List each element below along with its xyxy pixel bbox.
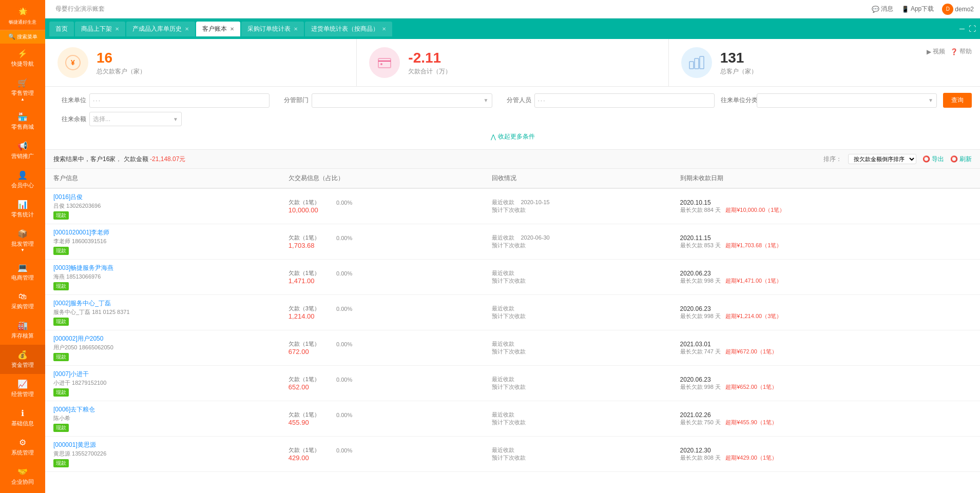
sidebar-item-quick-nav[interactable]: ⚡ 快捷导航: [0, 44, 45, 73]
debt-amount-3: 1,214.00: [289, 312, 475, 320]
sidebar-item-retail-stats[interactable]: 📊 零售统计: [0, 194, 45, 224]
overdue-amount-3[interactable]: 超期¥1,214.00（3笔）: [725, 313, 782, 319]
cell-recovery-1: 最近收款 2020-06-30 预计下次收款: [484, 224, 671, 260]
table-row: [0016]吕俊 吕俊 13026203696 现款 欠款（1笔） 0.00% …: [45, 188, 980, 224]
dept-select[interactable]: ▼: [312, 93, 492, 108]
search-icon: 🔍: [8, 33, 15, 40]
user-avatar[interactable]: D demo2: [942, 4, 974, 15]
retail-mgmt-icon: 🛒: [17, 78, 28, 88]
tab-home[interactable]: 首页: [49, 22, 74, 36]
debt-percent-2: 0.00%: [336, 270, 352, 277]
cell-customer-5: [0007]小进干 小进干 18279152100 现款: [45, 366, 280, 401]
filter-row-1: 往来单位 ··· 分管部门 ▼ 分管人员 ···: [53, 93, 972, 108]
sidebar-item-basic-info[interactable]: ℹ 基础信息: [0, 403, 45, 432]
sidebar-item-retail-mall[interactable]: 🏪 零售商城: [0, 107, 45, 136]
debt-info-1: 欠款（1笔） 0.00% 1,703.68: [289, 234, 475, 249]
sidebar-item-inventory[interactable]: 🏭 库存核算: [0, 315, 45, 345]
debt-amount-0: 10,000.00: [289, 206, 475, 214]
stats-row: ¥ 16 总欠款客户（家） -2.11: [45, 39, 980, 87]
search-button[interactable]: 查询: [943, 93, 972, 108]
overdue-amount-5[interactable]: 超期¥652.00（1笔）: [725, 384, 777, 390]
tab-inbound-stats[interactable]: 进货单统计表（按商品） ✕: [305, 22, 392, 36]
tab-purchase-order[interactable]: 采购订单统计表 ✕: [241, 22, 304, 36]
debt-amount-1: 1,703.68: [289, 242, 475, 249]
logo-text: 畅捷通好生意: [9, 18, 36, 26]
debt-row-1: 欠款（1笔） 0.00%: [289, 234, 475, 242]
cell-customer-0: [0016]吕俊 吕俊 13026203696 现款: [45, 188, 280, 224]
sidebar-item-batch-mgmt[interactable]: 📦 批发管理 ▼: [0, 224, 45, 258]
sidebar-item-new-guide[interactable]: 🎯 新手引导: [0, 491, 45, 493]
unit-category-select[interactable]: ▼: [757, 93, 937, 108]
source-unit-input[interactable]: ···: [89, 93, 270, 108]
close-tab-inbound-stats[interactable]: ✕: [382, 26, 386, 32]
next-pay-1: 预计下次收款: [492, 242, 663, 249]
search-menu-item[interactable]: 🔍 搜索菜单: [0, 30, 45, 44]
customer-name-4[interactable]: [000002]用户2050: [53, 334, 272, 343]
customer-name-5[interactable]: [0007]小进干: [53, 370, 272, 379]
help-btn[interactable]: ❓ 帮助: [950, 47, 972, 56]
sidebar-item-operations[interactable]: 📈 经营管理: [0, 374, 45, 403]
debt-info-3: 欠款（3笔） 0.00% 1,214.00: [289, 305, 475, 320]
customer-name-3[interactable]: [0002]服务中心_丁磊: [53, 299, 272, 308]
tab-customer-account[interactable]: 客户账本 ✕: [196, 22, 240, 36]
debt-row-6: 欠款（1笔） 0.00%: [289, 411, 475, 419]
sidebar-item-system[interactable]: ⚙ 系统管理: [0, 432, 45, 462]
overdue-amount-4[interactable]: 超期¥672.00（1笔）: [725, 348, 777, 354]
filter-unit-category: 往来单位分类 ▼: [721, 93, 937, 108]
debt-percent-6: 0.00%: [336, 412, 352, 418]
stat-card-customers-owed: ¥ 16 总欠款客户（家）: [45, 39, 357, 86]
close-tab-product-off[interactable]: ✕: [115, 26, 119, 32]
close-tab-customer-account[interactable]: ✕: [230, 26, 234, 32]
result-text: 搜索结果中，客户16家， 欠款金额 -21,148.07元: [53, 155, 185, 164]
col-header-customer: 客户信息: [45, 169, 280, 188]
export-btn[interactable]: ⭕ 导出: [923, 155, 944, 164]
view-help-video-btn[interactable]: ▶ 视频: [927, 47, 945, 56]
overdue-amount-2[interactable]: 超期¥1,471.00（1笔）: [725, 278, 782, 284]
manager-input[interactable]: ···: [534, 93, 715, 108]
sidebar-item-member[interactable]: 👤 会员中心: [0, 165, 45, 194]
overdue-amount-0[interactable]: 超期¥10,000.00（1笔）: [725, 207, 785, 213]
app-download-btn[interactable]: 📱 App下载: [901, 5, 934, 13]
debt-info-5: 欠款（1笔） 0.00% 652.00: [289, 376, 475, 391]
customer-name-6[interactable]: [0006]去下粮仓: [53, 405, 272, 414]
stat-content-owed: 16 总欠款客户（家）: [97, 50, 146, 76]
sidebar-item-enterprise-collab[interactable]: 🤝 企业协同: [0, 462, 45, 491]
sidebar-item-retail-mgmt[interactable]: 🛒 零售管理 ▲: [0, 73, 45, 107]
collapse-filters-btn[interactable]: ⋀ 收起更多条件: [53, 130, 972, 143]
message-btn[interactable]: 💬 消息: [872, 5, 893, 13]
overdue-amount-6[interactable]: 超期¥455.90（1笔）: [725, 419, 777, 425]
customer-name-2[interactable]: [0003]畅捷服务尹海燕: [53, 264, 272, 272]
sidebar: 🌟 畅捷通好生意 🔍 搜索菜单 ⚡ 快捷导航 🛒 零售管理 ▲ 🏪 零售商城 📢…: [0, 0, 45, 493]
next-pay-7: 预计下次收款: [492, 454, 663, 462]
debt-amount-4: 672.00: [289, 348, 475, 356]
sidebar-item-finance[interactable]: 💰 资金管理: [0, 345, 45, 374]
svg-point-3: [380, 63, 382, 65]
sidebar-item-purchase[interactable]: 🛍 采购管理: [0, 287, 45, 315]
close-tab-product-history[interactable]: ✕: [185, 26, 189, 32]
debt-info-6: 欠款（1笔） 0.00% 455.90: [289, 411, 475, 426]
minimize-btn[interactable]: ─: [959, 25, 965, 33]
close-tab-purchase-order[interactable]: ✕: [294, 26, 298, 32]
table-row: [0006]去下粮仓 陈小希 现款 欠款（1笔） 0.00% 455.90 最近…: [45, 401, 980, 437]
sidebar-item-ecommerce[interactable]: 💻 电商管理: [0, 258, 45, 287]
refresh-btn[interactable]: ⭕ 刷新: [950, 155, 972, 164]
overdue-days-0: 最长欠款 884 天 超期¥10,000.00（1笔）: [680, 206, 972, 214]
maximize-btn[interactable]: ⛶: [969, 25, 976, 33]
tab-product-off[interactable]: 商品上下架 ✕: [75, 22, 125, 36]
retail-stats-icon: 📊: [17, 200, 28, 209]
download-icon: 📱: [901, 6, 909, 13]
col-header-recovery: 回收情况: [484, 169, 671, 188]
customer-name-7[interactable]: [000001]黄思源: [53, 441, 272, 449]
cell-customer-6: [0006]去下粮仓 陈小希 现款: [45, 401, 280, 437]
sidebar-item-marketing[interactable]: 📢 营销推广: [0, 136, 45, 165]
app-subtitle: 母婴行业演示账套: [55, 5, 105, 13]
balance-select[interactable]: 选择... ▼: [89, 112, 182, 126]
customer-name-1[interactable]: [0001020001]李老师: [53, 228, 272, 237]
overdue-amount-7[interactable]: 超期¥429.00（1笔）: [725, 455, 777, 461]
customer-name-0[interactable]: [0016]吕俊: [53, 193, 272, 202]
debt-amount-6: 455.90: [289, 419, 475, 426]
overdue-amount-1[interactable]: 超期¥1,703.68（1笔）: [725, 242, 782, 248]
tab-product-history[interactable]: 产成品入库单历史 ✕: [126, 22, 195, 36]
sort-select[interactable]: 按欠款金额倒序排序: [848, 154, 916, 164]
overdue-days-3: 最长欠款 998 天 超期¥1,214.00（3笔）: [680, 312, 972, 320]
